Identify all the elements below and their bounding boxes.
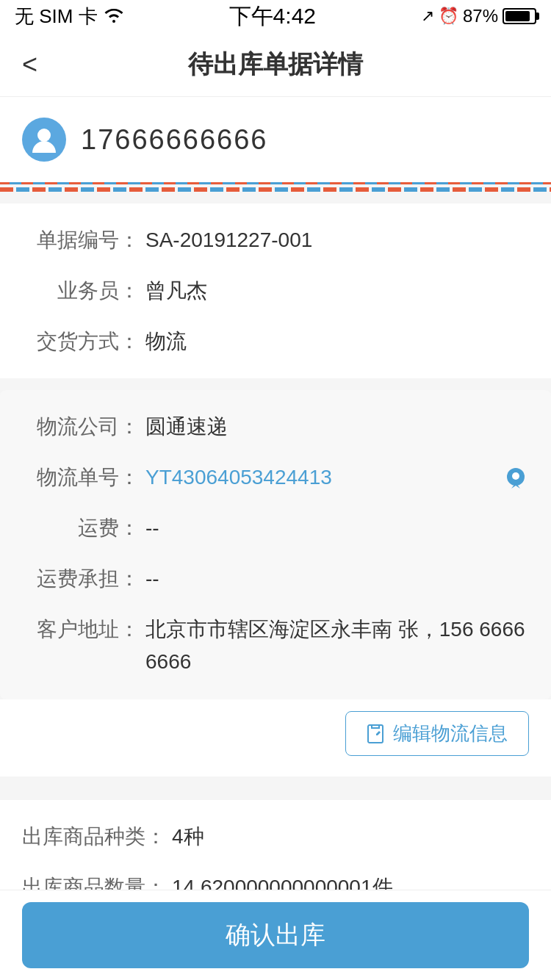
sales-rep-row: 业务员： 曾凡杰 [22,275,529,308]
edit-logistics-label: 编辑物流信息 [393,721,508,746]
order-no-value: SA-20191227-001 [140,224,529,257]
delivery-method-row: 交货方式： 物流 [22,325,529,359]
address-value: 北京市市辖区海淀区永丰南 张，156 6666 6666 [140,613,529,680]
logistics-section: 物流公司： 圆通速递 物流单号： YT43064053424413 运费： --… [0,390,551,699]
alarm-icon: ⏰ [439,7,458,26]
nav-bar: < 待出库单据详情 [0,32,551,97]
edit-icon [367,724,387,744]
sales-rep-value: 曾凡杰 [140,275,529,308]
order-no-row: 单据编号： SA-20191227-001 [22,224,529,257]
decorative-border [0,187,551,192]
freight-bearer-label: 运费承担： [22,563,140,596]
goods-types-value: 4种 [166,821,529,854]
tracking-no-row: 物流单号： YT43064053424413 [22,461,529,494]
company-value: 圆通速递 [140,411,529,444]
freight-bearer-value: -- [140,563,529,596]
location-icon[interactable] [503,465,529,491]
edit-button-row: 编辑物流信息 [0,699,551,777]
wifi-icon [104,5,124,28]
tracking-no-label: 物流单号： [22,461,140,494]
content-area: 17666666666 单据编号： SA-20191227-001 业务员： 曾… [0,97,551,980]
edit-logistics-button[interactable]: 编辑物流信息 [345,711,529,756]
freight-row: 运费： -- [22,512,529,545]
battery-percent: 87% [463,6,498,26]
address-label: 客户地址： [22,613,140,646]
svg-point-2 [512,472,519,480]
goods-types-row: 出库商品种类： 4种 [22,821,529,854]
location-status-icon: ↗ [421,7,434,26]
goods-types-label: 出库商品种类： [22,821,166,854]
freight-bearer-row: 运费承担： -- [22,563,529,596]
address-row: 客户地址： 北京市市辖区海淀区永丰南 张，156 6666 6666 [22,613,529,680]
company-row: 物流公司： 圆通速递 [22,411,529,444]
delivery-method-value: 物流 [140,325,529,359]
svg-point-0 [37,129,51,142]
freight-label: 运费： [22,512,140,545]
tracking-no-value: YT43064053424413 [140,461,495,494]
order-no-label: 单据编号： [22,224,140,257]
back-button[interactable]: < [22,49,37,80]
user-phone: 17666666666 [81,124,267,156]
section-separator-1 [0,777,551,788]
user-header: 17666666666 [0,97,551,184]
avatar [22,118,66,162]
status-bar: 无 SIM 卡 下午4:42 ↗ ⏰ 87% [0,0,551,32]
page-title: 待出库单据详情 [188,48,363,82]
carrier-text: 无 SIM 卡 [15,4,98,29]
sales-rep-label: 业务员： [22,275,140,308]
freight-value: -- [140,512,529,545]
confirm-button-wrap: 确认出库 [0,890,551,980]
status-bar-left: 无 SIM 卡 [15,4,124,29]
company-label: 物流公司： [22,411,140,444]
battery-icon [503,8,536,24]
status-bar-time: 下午4:42 [229,1,316,32]
basic-info-section: 单据编号： SA-20191227-001 业务员： 曾凡杰 交货方式： 物流 [0,203,551,378]
delivery-method-label: 交货方式： [22,325,140,359]
confirm-button[interactable]: 确认出库 [22,902,529,968]
status-bar-right: ↗ ⏰ 87% [421,6,536,26]
